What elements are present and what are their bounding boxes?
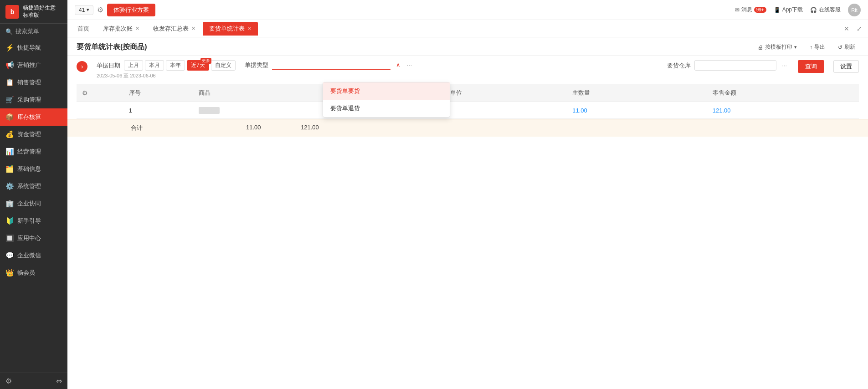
- main-content: 41 ▾ ⚙ 体验行业方案 ✉ 消息 99+ 📱 App下载 🎧 在线客服 Ri…: [67, 0, 868, 389]
- row-index-cell: 1: [123, 102, 194, 119]
- search-icon: 🔍: [5, 28, 13, 35]
- row-settings-cell: [77, 102, 123, 119]
- sidebar-item-wechat[interactable]: 💬 企业微信: [0, 247, 67, 264]
- filter-bar: › 单据日期 上月 本月 本年 近7天 更多 自定义 2023-: [67, 56, 868, 84]
- type-filter-section: 单据类型 ∧ ···: [245, 60, 658, 70]
- store-selector[interactable]: 41 ▾: [75, 5, 93, 15]
- enterprise-icon: 🏢: [5, 200, 14, 208]
- tab-close-batch[interactable]: ✕: [135, 26, 139, 31]
- col-quantity: 主数量: [567, 84, 707, 102]
- settings-icon[interactable]: ⚙: [5, 377, 12, 385]
- logo-text: 畅捷通好生意 标准版: [23, 5, 56, 19]
- headset-icon: 🎧: [810, 7, 817, 13]
- sidebar-item-appstore[interactable]: 🔲 应用中心: [0, 230, 67, 247]
- sidebar-item-inventory[interactable]: 📦 库存核算: [0, 108, 67, 126]
- filter-expand-btn[interactable]: ›: [77, 61, 87, 72]
- app-download-btn[interactable]: 📱 App下载: [774, 6, 803, 14]
- chevron-down-icon: ▾: [87, 7, 89, 13]
- sidebar-nav: ⚡ 快捷导航 📢 营销推广 📋 销售管理 🛒 采购管理 📦 库存核算 💰 资金管…: [0, 39, 67, 373]
- warehouse-input[interactable]: [694, 60, 776, 71]
- sidebar-item-sales[interactable]: 📋 销售管理: [0, 74, 67, 91]
- tab-home[interactable]: 首页: [71, 22, 96, 36]
- online-service-btn[interactable]: 🎧 在线客服: [810, 6, 841, 14]
- print-btn[interactable]: 🖨 按模板打印 ▾: [754, 42, 801, 52]
- col-settings[interactable]: ⚙: [77, 84, 123, 102]
- tabbar: 首页 库存批次账 ✕ 收发存汇总表 ✕ 要货单统计表 ✕ ✕ ⤢: [67, 20, 868, 37]
- marketing-icon: 📢: [5, 61, 14, 69]
- table-settings-icon[interactable]: ⚙: [82, 89, 88, 97]
- sidebar-item-enterprise[interactable]: 🏢 企业协同: [0, 195, 67, 212]
- page-actions: 🖨 按模板打印 ▾ ↑ 导出 ↺ 刷新: [754, 42, 859, 52]
- sidebar-item-system[interactable]: ⚙️ 系统管理: [0, 178, 67, 195]
- date-filter-row: 单据日期 上月 本月 本年 近7天 更多 自定义: [97, 60, 236, 71]
- sidebar-item-finance[interactable]: 💰 资金管理: [0, 126, 67, 143]
- refresh-icon: ↺: [838, 44, 842, 51]
- sidebar-item-basic[interactable]: 🗂️ 基础信息: [0, 160, 67, 178]
- phone-icon: 📱: [774, 7, 781, 13]
- export-btn[interactable]: ↑ 导出: [806, 42, 829, 52]
- export-icon: ↑: [810, 44, 812, 51]
- set-btn[interactable]: 设置: [833, 60, 859, 73]
- sidebar-item-marketing[interactable]: 📢 营销推广: [0, 56, 67, 74]
- sales-icon: 📋: [5, 78, 14, 87]
- query-btn[interactable]: 查询: [798, 60, 824, 73]
- col-amount: 零售金额: [707, 84, 859, 102]
- footer-qty: 11.00: [241, 124, 295, 132]
- date-btns: 上月 本月 本年 近7天 更多 自定义: [124, 60, 236, 71]
- sidebar-item-purchase[interactable]: 🛒 采购管理: [0, 91, 67, 108]
- date-btn-this-year[interactable]: 本年: [166, 60, 185, 71]
- row-amount-link[interactable]: 121.00: [713, 107, 731, 114]
- sidebar: b 畅捷通好生意 标准版 🔍 搜索菜单 ⚡ 快捷导航 📢 营销推广 📋 销售管理…: [0, 0, 67, 389]
- sidebar-search[interactable]: 🔍 搜索菜单: [0, 24, 67, 39]
- type-dropdown: 要货单要货 要货单退货: [323, 82, 450, 118]
- topbar-right: ✉ 消息 99+ 📱 App下载 🎧 在线客服 Rit: [735, 4, 861, 16]
- logo-icon: b: [5, 5, 19, 19]
- row-qty-link[interactable]: 11.00: [572, 107, 587, 114]
- sidebar-expand-icon[interactable]: ⇔: [56, 377, 62, 385]
- footer-label: 合计: [77, 124, 241, 132]
- sidebar-item-quick-nav[interactable]: ⚡ 快捷导航: [0, 39, 67, 56]
- type-filter-more-btn[interactable]: ···: [404, 61, 415, 69]
- print-icon: 🖨: [758, 44, 763, 51]
- table-wrap: ⚙ 序号 商品 主计量单位 主数量: [67, 84, 868, 119]
- type-filter-input[interactable]: [272, 60, 390, 70]
- inventory-icon: 📦: [5, 113, 14, 121]
- sidebar-item-operation[interactable]: 📊 经营管理: [0, 143, 67, 160]
- refresh-btn[interactable]: ↺ 刷新: [834, 42, 859, 52]
- date-btn-custom[interactable]: 自定义: [211, 60, 236, 71]
- row-qty-cell: 11.00: [567, 102, 707, 119]
- tab-close-dispatch[interactable]: ✕: [191, 26, 195, 31]
- sidebar-item-guide[interactable]: 🔰 新手引导: [0, 212, 67, 230]
- warehouse-section: 要货仓库 ···: [667, 60, 789, 71]
- tab-restore-btn[interactable]: ⤢: [854, 24, 864, 34]
- appstore-icon: 🔲: [5, 234, 14, 242]
- table-row: 1 •••••••••• 块 11.00 121.00: [77, 102, 859, 119]
- date-btn-this-month[interactable]: 本月: [145, 60, 164, 71]
- topbar-left: 41 ▾ ⚙ 体验行业方案: [75, 4, 729, 16]
- tab-dispatch-summary[interactable]: 收发存汇总表 ✕: [147, 22, 202, 36]
- tab-batch-account[interactable]: 库存批次账 ✕: [97, 22, 146, 36]
- notifications-btn[interactable]: ✉ 消息 99+: [735, 6, 766, 14]
- page-title: 要货单统计表(按商品): [77, 42, 147, 52]
- row-amount-cell: 121.00: [707, 102, 859, 119]
- date-filter-section: 单据日期 上月 本月 本年 近7天 更多 自定义 2023-05-06 至 20…: [97, 60, 236, 79]
- type-filter-chevron[interactable]: ∧: [396, 61, 401, 68]
- trial-btn[interactable]: 体验行业方案: [107, 4, 155, 16]
- dropdown-item-tuihuo[interactable]: 要货单退货: [323, 100, 450, 117]
- date-btn-last-month[interactable]: 上月: [124, 60, 143, 71]
- warehouse-more-btn[interactable]: ···: [780, 62, 789, 69]
- tab-close-order[interactable]: ✕: [247, 26, 252, 31]
- tab-close-all-btn[interactable]: ✕: [842, 24, 852, 34]
- system-icon: ⚙️: [5, 182, 14, 190]
- print-chevron-icon: ▾: [794, 44, 797, 50]
- sidebar-item-member[interactable]: 👑 畅会员: [0, 264, 67, 282]
- sidebar-bottom: ⚙ ⇔: [0, 373, 67, 389]
- col-index: 序号: [123, 84, 194, 102]
- user-avatar[interactable]: Rit: [848, 4, 861, 16]
- settings-gear-icon[interactable]: ⚙: [97, 5, 103, 14]
- date-btn-recent7[interactable]: 近7天 更多: [187, 60, 209, 71]
- wechat-icon: 💬: [5, 251, 14, 260]
- tab-controls: ✕ ⤢: [842, 24, 864, 34]
- tab-order-summary[interactable]: 要货单统计表 ✕: [203, 22, 258, 36]
- dropdown-item-yaohuo[interactable]: 要货单要货: [323, 82, 450, 100]
